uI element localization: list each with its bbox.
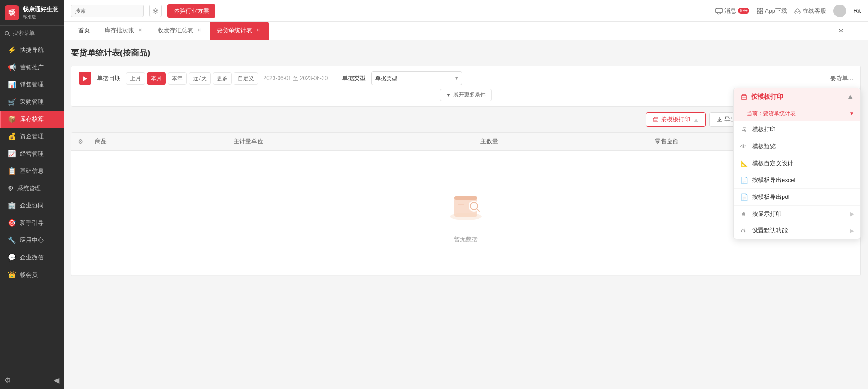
sidebar-item-quick-nav[interactable]: ⚡ 快捷导航 <box>0 41 64 59</box>
app-version: 标准版 <box>23 14 58 20</box>
app-download-label: App下载 <box>765 7 787 15</box>
tab-close-inventory-batch[interactable]: ✕ <box>137 27 143 34</box>
sidebar-item-basic[interactable]: 📋 基础信息 <box>0 162 64 180</box>
customer-service-btn[interactable]: 在线客服 <box>794 7 826 15</box>
app-name: 畅康通好生意 <box>23 6 58 14</box>
print-dropdown-panel: 按模板打印 ▲ 当前：要货单统计表 ▼ 🖨 模板打印 👁 模板预览 📐 模板自定… <box>733 88 861 239</box>
date-btn-this-month[interactable]: 本月 <box>147 72 166 85</box>
message-btn[interactable]: 消息 99+ <box>715 7 749 15</box>
sidebar-icon-sales: 📊 <box>8 81 16 89</box>
dropdown-template-pdf[interactable]: 📄 按模板导出pdf <box>734 189 860 206</box>
headset-icon <box>794 8 801 14</box>
date-btn-7days[interactable]: 近7天 <box>189 72 211 85</box>
sidebar-item-inventory[interactable]: 📦 库存核算 <box>0 111 64 128</box>
template-preview-label: 模板预览 <box>752 142 776 151</box>
dropdown-close-btn[interactable]: ▲ <box>847 93 854 101</box>
sidebar-label-enterprise: 企业协同 <box>20 202 44 210</box>
search-input[interactable] <box>71 5 144 17</box>
sidebar-label-finance: 资金管理 <box>20 132 44 141</box>
sidebar-icon-wechat: 💬 <box>8 253 16 262</box>
tab-order-stats[interactable]: 要货单统计表✕ <box>210 22 269 40</box>
sidebar-item-purchase[interactable]: 🛒 采购管理 <box>0 93 64 111</box>
sidebar-icon-system: ⚙ <box>8 184 14 192</box>
print-icon <box>653 116 659 123</box>
close-tab-btn[interactable]: ✕ <box>835 25 846 36</box>
dropdown-template-print[interactable]: 🖨 模板打印 <box>734 121 860 138</box>
col-settings-icon[interactable]: ⚙ <box>78 138 84 145</box>
svg-point-2 <box>155 10 156 12</box>
order-type-select-wrapper: 单据类型 <box>371 71 462 85</box>
expand-more-btn[interactable]: ▼ 展开更多条件 <box>440 89 492 101</box>
date-btn-custom[interactable]: 自定义 <box>234 72 258 85</box>
sidebar-search[interactable]: 搜索菜单 <box>0 26 64 41</box>
svg-rect-10 <box>654 120 657 121</box>
message-badge: 99+ <box>738 8 749 14</box>
sidebar-item-sales[interactable]: 📊 销售管理 <box>0 76 64 93</box>
date-btn-this-year[interactable]: 本年 <box>168 72 187 85</box>
svg-rect-4 <box>757 8 759 10</box>
maximize-tab-btn[interactable]: ⛶ <box>850 25 861 36</box>
tab-home[interactable]: 首页 <box>71 22 97 40</box>
topbar: 体验行业方案 消息 99+ App下载 在线客服 Rit <box>64 0 868 22</box>
trial-btn[interactable]: 体验行业方案 <box>167 4 215 18</box>
sidebar-item-marketing[interactable]: 📢 营销推广 <box>0 59 64 76</box>
default-func-label: 设置默认功能 <box>752 227 788 235</box>
message-label: 消息 <box>724 7 736 15</box>
sidebar-item-app-center[interactable]: 🔧 应用中心 <box>0 232 64 249</box>
sidebar-item-member[interactable]: 👑 畅会员 <box>0 266 64 283</box>
sidebar-item-operation[interactable]: 📈 经营管理 <box>0 145 64 162</box>
avatar[interactable] <box>833 5 846 17</box>
date-btn-prev-month[interactable]: 上月 <box>126 72 145 85</box>
tab-receipt-summary[interactable]: 收发存汇总表✕ <box>150 22 210 40</box>
svg-point-0 <box>5 31 9 35</box>
svg-rect-13 <box>454 196 477 200</box>
app-download-icon <box>757 8 763 14</box>
sidebar-footer: ⚙ ◀ <box>0 371 64 389</box>
dropdown-title: 按模板打印 <box>751 93 783 101</box>
template-preview-icon: 👁 <box>740 143 748 150</box>
col-settings: ⚙ <box>71 133 90 151</box>
print-btn[interactable]: 按模板打印 ▲ <box>646 112 706 127</box>
dropdown-template-design[interactable]: 📐 模板自定义设计 <box>734 155 860 172</box>
topbar-settings-btn[interactable] <box>149 5 162 17</box>
footer-settings-icon[interactable]: ⚙ <box>5 376 11 384</box>
sidebar-icon-basic: 📋 <box>8 167 16 175</box>
filter-row-1: ▶ 单据日期 上月 本月 本年 近7天 更多 自定义 2023-06-01 至 … <box>79 71 853 85</box>
empty-text: 暂无数据 <box>454 235 478 243</box>
search-icon <box>5 31 10 36</box>
filter-expand-icon[interactable]: ▶ <box>79 72 91 85</box>
tab-label-inventory-batch: 库存批次账 <box>105 26 134 35</box>
template-excel-label: 按模板导出excel <box>752 176 795 184</box>
order-type-select[interactable]: 单据类型 <box>371 71 462 85</box>
tab-close-order-stats[interactable]: ✕ <box>255 27 261 34</box>
sidebar-item-system[interactable]: ⚙ 系统管理 <box>0 180 64 197</box>
app-logo: 畅 畅康通好生意 标准版 <box>0 0 64 26</box>
dropdown-display-print[interactable]: 🖥 按显示打印 ▶ <box>734 206 860 222</box>
default-func-arrow: ▶ <box>850 228 854 234</box>
col-unit: 主计量单位 <box>228 133 475 151</box>
dropdown-current-arrow: ▼ <box>849 111 854 116</box>
dropdown-template-excel[interactable]: 📄 按模板导出excel <box>734 172 860 189</box>
sidebar-item-enterprise[interactable]: 🏢 企业协同 <box>0 197 64 214</box>
sidebar-icon-quick-nav: ⚡ <box>8 46 16 54</box>
template-design-icon: 📐 <box>740 160 748 167</box>
sidebar-icon-enterprise: 🏢 <box>8 202 16 210</box>
sidebar-item-finance[interactable]: 💰 资金管理 <box>0 128 64 145</box>
svg-rect-18 <box>458 204 464 205</box>
date-btn-more[interactable]: 更多 <box>213 72 232 85</box>
date-btn-group: 上月 本月 本年 近7天 更多 自定义 <box>126 72 258 85</box>
template-print-icon: 🖨 <box>740 126 748 133</box>
tab-close-receipt-summary[interactable]: ✕ <box>196 27 202 34</box>
footer-collapse-icon[interactable]: ◀ <box>54 376 59 384</box>
sidebar-item-wechat[interactable]: 💬 企业微信 <box>0 249 64 266</box>
dropdown-current-item[interactable]: 当前：要货单统计表 ▼ <box>734 106 860 121</box>
tab-label-receipt-summary: 收发存汇总表 <box>158 26 193 35</box>
app-download-btn[interactable]: App下载 <box>757 7 787 15</box>
dropdown-default-func[interactable]: ⚙ 设置默认功能 ▶ <box>734 222 860 239</box>
display-print-arrow: ▶ <box>850 211 854 217</box>
tab-inventory-batch[interactable]: 库存批次账✕ <box>97 22 150 40</box>
dropdown-template-preview[interactable]: 👁 模板预览 <box>734 138 860 155</box>
settings-icon <box>152 8 159 14</box>
sidebar-item-guide[interactable]: 🎯 新手引导 <box>0 214 64 232</box>
sidebar-icon-guide: 🎯 <box>8 219 16 227</box>
